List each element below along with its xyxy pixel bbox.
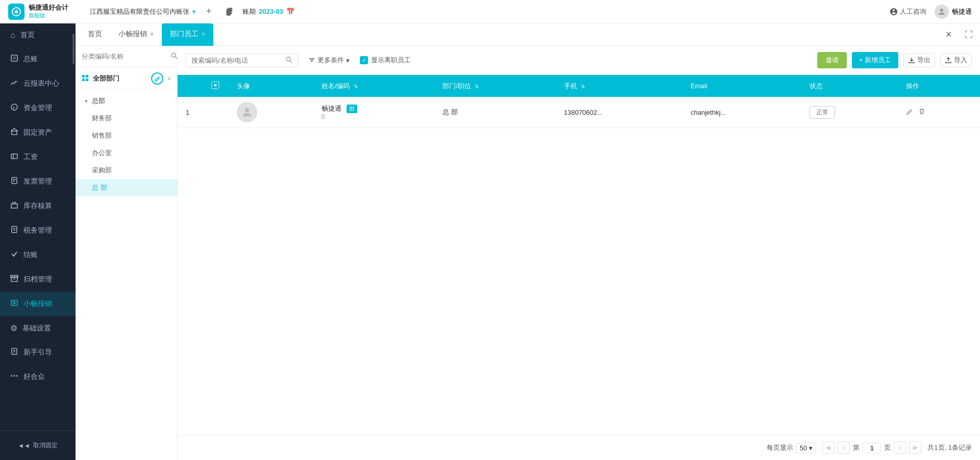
svg-point-27 bbox=[172, 53, 176, 57]
col-avatar: 头像 bbox=[229, 75, 313, 97]
svg-text:¥: ¥ bbox=[12, 106, 15, 110]
sidebar-item-funds[interactable]: ¥ 资金管理 bbox=[0, 96, 76, 120]
all-dept-label: 全部部门 bbox=[93, 74, 147, 83]
dept-item-general[interactable]: 总 部 bbox=[76, 179, 177, 196]
sidebar-item-reports[interactable]: 云报表中心 bbox=[0, 71, 76, 96]
sidebar-item-home[interactable]: ⌂ 首页 bbox=[0, 23, 76, 47]
sidebar-item-basic-settings[interactable]: ⚙ 基础设置 bbox=[0, 316, 76, 340]
employee-avatar bbox=[237, 102, 257, 122]
page-last-button[interactable]: ⊳ bbox=[909, 442, 921, 454]
filter-button[interactable]: 更多条件 ▾ bbox=[304, 54, 354, 67]
tab-close-button[interactable]: ✕ bbox=[941, 28, 955, 42]
svg-point-25 bbox=[14, 375, 15, 377]
sidebar-item-invoice[interactable]: 发票管理 bbox=[0, 169, 76, 194]
col-phone[interactable]: 手机 ⇅ bbox=[556, 75, 682, 97]
ai-consult-button[interactable]: 人工咨询 bbox=[890, 7, 926, 16]
dept-group-label: 总部 bbox=[92, 96, 105, 106]
basic-settings-icon: ⚙ bbox=[10, 323, 17, 333]
sidebar-label: 总账 bbox=[23, 55, 38, 64]
sidebar-item-tax[interactable]: 税务管理 bbox=[0, 218, 76, 243]
dept-header[interactable]: 全部部门 « bbox=[76, 67, 177, 90]
show-resigned-label: 显示离职员工 bbox=[371, 56, 411, 65]
tab-expense[interactable]: 小畅报销 × bbox=[110, 23, 162, 46]
dept-group-header-headquarter[interactable]: ▼ 总部 bbox=[76, 92, 177, 110]
page-size-select[interactable]: 50 ▾ bbox=[796, 443, 816, 453]
col-dept[interactable]: 部门/职位 ⇅ bbox=[434, 75, 556, 97]
cancel-fixed-button[interactable]: ◄◄ 取消固定 bbox=[0, 436, 76, 455]
settings-button[interactable] bbox=[222, 5, 236, 19]
employee-search-input[interactable] bbox=[191, 57, 282, 64]
add-tab-button[interactable]: + bbox=[202, 5, 216, 19]
page-total-info: 共1页, 1条记录 bbox=[927, 443, 972, 452]
tab-dept-label: 部门员工 bbox=[170, 30, 199, 39]
sidebar-label: 工资 bbox=[23, 152, 38, 162]
row-dept-cell: 总 部 bbox=[434, 97, 556, 128]
tabs-right-actions: ✕ ⛶ bbox=[941, 28, 976, 42]
col-actions: 操作 bbox=[898, 75, 980, 97]
pagination: 每页显示 50 ▾ ⊲ ‹ 第 页 › ⊳ bbox=[178, 435, 980, 460]
resigned-checkbox[interactable]: ✓ bbox=[360, 56, 368, 64]
header-actions: 人工咨询 畅捷通 bbox=[890, 5, 972, 19]
dept-item-purchase[interactable]: 采购部 bbox=[76, 162, 177, 179]
tab-dept-close-icon[interactable]: × bbox=[202, 31, 205, 38]
delete-employee-button[interactable] bbox=[918, 108, 925, 117]
page-next-button[interactable]: › bbox=[894, 442, 906, 454]
page-navigation: ⊲ ‹ 第 页 › ⊳ bbox=[822, 442, 921, 454]
svg-point-38 bbox=[214, 84, 217, 87]
add-employee-button[interactable]: + 新增员工 bbox=[852, 52, 898, 68]
guide-icon bbox=[10, 347, 18, 357]
tab-home[interactable]: 首页 bbox=[80, 23, 110, 46]
row-actions-cell bbox=[898, 97, 980, 128]
invite-button[interactable]: 邀请 bbox=[817, 52, 847, 68]
sidebar-item-archive[interactable]: 归档管理 bbox=[0, 267, 76, 292]
dept-search-icon[interactable] bbox=[170, 52, 178, 61]
employee-search-icon[interactable] bbox=[285, 56, 292, 65]
page-prev-button[interactable]: ‹ bbox=[838, 442, 850, 454]
dept-search-input[interactable] bbox=[82, 53, 167, 60]
funds-icon: ¥ bbox=[10, 103, 18, 113]
page-number-input[interactable] bbox=[863, 443, 881, 453]
tab-dept-employee[interactable]: 部门员工 × bbox=[162, 23, 213, 46]
sidebar-item-assets[interactable]: 固定资产 bbox=[0, 120, 76, 145]
tab-expand-button[interactable]: ⛶ bbox=[962, 28, 976, 42]
scroll-thumb bbox=[72, 34, 75, 64]
export-button[interactable]: 导出 bbox=[903, 53, 935, 67]
employee-table: 头像 姓名/编码 ⇅ 部门/职位 ⇅ 手机 ⇅ Emai bbox=[178, 75, 980, 128]
row-phone-cell: 138070602... bbox=[556, 97, 682, 128]
dept-item-finance[interactable]: 财务部 bbox=[76, 110, 177, 127]
sidebar-item-more[interactable]: 好合众 bbox=[0, 365, 76, 389]
dept-panel: 全部部门 « ▼ 总部 财务部 bbox=[76, 46, 178, 460]
dept-item-office[interactable]: 办公室 bbox=[76, 144, 177, 162]
sidebar-item-expense[interactable]: 小畅报销 bbox=[0, 292, 76, 316]
sidebar-item-checkout[interactable]: 结账 bbox=[0, 243, 76, 267]
show-resigned-toggle[interactable]: ✓ 显示离职员工 bbox=[360, 56, 411, 65]
import-button[interactable]: 导入 bbox=[940, 53, 972, 67]
sidebar-item-guide[interactable]: 新手引导 bbox=[0, 340, 76, 365]
svg-rect-9 bbox=[12, 177, 17, 184]
user-area[interactable]: 畅捷通 bbox=[935, 5, 972, 19]
dept-edit-button[interactable] bbox=[151, 72, 163, 85]
sidebar-item-inventory[interactable]: 库存核算 bbox=[0, 194, 76, 218]
edit-employee-button[interactable] bbox=[906, 108, 913, 117]
svg-point-26 bbox=[16, 375, 18, 377]
company-selector[interactable]: 江西服宝精品有限责任公司内账张 ▾ bbox=[90, 7, 195, 16]
dept-item-sales[interactable]: 销售部 bbox=[76, 127, 177, 144]
col-settings[interactable] bbox=[203, 75, 229, 97]
calendar-icon[interactable]: 📅 bbox=[286, 8, 295, 15]
company-name: 江西服宝精品有限责任公司内账张 bbox=[90, 7, 189, 16]
col-name[interactable]: 姓名/编码 ⇅ bbox=[313, 75, 435, 97]
sidebar-bottom: ◄◄ 取消固定 bbox=[0, 430, 76, 460]
svg-rect-30 bbox=[86, 75, 88, 78]
import-label: 导入 bbox=[954, 56, 967, 65]
sidebar-label: 基础设置 bbox=[22, 324, 51, 333]
expense-icon bbox=[10, 299, 18, 309]
svg-rect-32 bbox=[86, 79, 88, 81]
sidebar-label: 新手引导 bbox=[23, 348, 52, 357]
page-first-button[interactable]: ⊲ bbox=[822, 442, 835, 454]
sidebar-item-salary[interactable]: 工资 bbox=[0, 145, 76, 169]
svg-rect-1 bbox=[11, 55, 17, 61]
employee-table-container: 头像 姓名/编码 ⇅ 部门/职位 ⇅ 手机 ⇅ Emai bbox=[178, 75, 980, 435]
dept-collapse-button[interactable]: « bbox=[167, 75, 171, 82]
tab-expense-close-icon[interactable]: × bbox=[150, 31, 154, 38]
sidebar-item-ledger[interactable]: 总账 bbox=[0, 47, 76, 71]
